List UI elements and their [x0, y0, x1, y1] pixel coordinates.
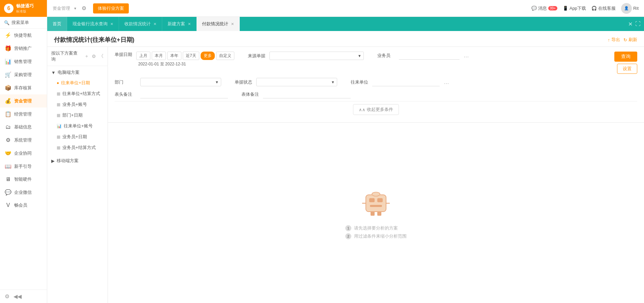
sidebar-item-guide[interactable]: 📖 新手引导 [0, 160, 47, 173]
scheme-item-unit-account[interactable]: 📊 往来单位+账号 [47, 121, 108, 131]
svg-point-4 [372, 192, 380, 196]
scheme-item-staff-settlement[interactable]: ▦ 业务员+结算方式 [47, 142, 108, 153]
purchase-icon: 🛒 [5, 71, 11, 78]
doc-status-select[interactable]: ▾ [256, 78, 337, 86]
tab-new-scheme-close[interactable]: ✕ [188, 22, 191, 26]
date-btn-last-month[interactable]: 上月 [136, 52, 150, 60]
tab-payment-stat-label: 付款情况统计 [202, 21, 228, 27]
topbar-settings-icon[interactable]: ⚙ [82, 5, 86, 11]
tab-payment-stat-close[interactable]: ✕ [231, 22, 234, 26]
sidebar-item-marketing[interactable]: 🎁 营销推广 [0, 42, 47, 55]
scheme-settings-icon[interactable]: ⚙ [92, 54, 96, 59]
topbar-right: 💬 消息 99+ 📱 App下载 🎧 在线客服 👤 Rit [531, 3, 639, 14]
user-avatar: 👤 [621, 3, 632, 14]
sidebar-item-label: 销售管理 [14, 59, 32, 65]
export-label: 导出 [611, 37, 620, 43]
partner-more-icon[interactable]: … [444, 79, 449, 85]
sidebar-item-enterprise[interactable]: 🤝 企业协同 [0, 147, 47, 160]
tab-new-scheme[interactable]: 新建方案 ✕ [162, 17, 197, 31]
date-btn-this-month[interactable]: 本月 [152, 52, 166, 60]
sidebar-item-label: 资金管理 [14, 98, 32, 104]
dept-select[interactable]: ▾ [140, 78, 221, 86]
sidebar-item-member[interactable]: V 畅会员 [0, 199, 47, 212]
topbar-dropdown-icon[interactable]: ▾ [74, 6, 76, 11]
scheme-icon-unit-account: 📊 [57, 124, 62, 128]
collapse-button[interactable]: ∧∧ 收起更多条件 [353, 104, 399, 115]
step-2-num: 2 [345, 233, 351, 239]
date-btn-more[interactable]: 更多 [201, 52, 215, 60]
source-chevron-icon: ▾ [358, 53, 361, 58]
filter-area: 单据日期 上月 本月 本年 近7天 更多 自定义 20 [108, 47, 644, 123]
sidebar-item-sales[interactable]: 📊 销售管理 [0, 55, 47, 68]
sidebar-item-hardware[interactable]: 🖥 智能硬件 [0, 173, 47, 186]
settings-footer-icon[interactable]: ⚙ [5, 293, 9, 300]
query-button[interactable]: 查询 [614, 52, 637, 62]
staff-input[interactable] [399, 52, 460, 60]
step-1-num: 1 [345, 225, 351, 231]
search-icon: 🔍 [4, 20, 9, 25]
scheme-label-unit-account: 往来单位+账号 [64, 123, 93, 129]
collapse-label: 收起更多条件 [367, 107, 393, 113]
source-select[interactable]: ▾ [269, 52, 364, 60]
sidebar-item-label: 营销推广 [14, 46, 32, 52]
sidebar-item-label: 基础信息 [14, 124, 32, 130]
settings-button[interactable]: 设置 [617, 64, 637, 74]
close-all-tabs-icon[interactable]: ✕ [628, 21, 633, 27]
right-panel: 单据日期 上月 本月 本年 近7天 更多 自定义 20 [108, 47, 644, 303]
scheme-item-dept-date[interactable]: ▦ 部门+日期 [47, 110, 108, 121]
mobile-section-title[interactable]: ▶ 移动端方案 [47, 156, 108, 166]
tab-bank-flow-close[interactable]: ✕ [110, 22, 113, 26]
desktop-section-title[interactable]: ▼ 电脑端方案 [47, 67, 108, 78]
body-note-input[interactable] [263, 90, 351, 98]
refresh-button[interactable]: ↻ 刷新 [623, 37, 637, 43]
sidebar-item-operation[interactable]: 📋 经营管理 [0, 108, 47, 121]
tab-new-scheme-label: 新建方案 [168, 21, 185, 27]
sidebar-item-capital[interactable]: 💰 资金管理 [0, 94, 47, 108]
logo-name: 畅捷通巧 [16, 3, 34, 9]
partner-input[interactable] [372, 78, 440, 86]
tab-receivable[interactable]: 收款情况统计 ✕ [119, 17, 162, 31]
sidebar-item-wechat[interactable]: 💬 企业微信 [0, 186, 47, 199]
capital-icon: 💰 [5, 98, 11, 104]
basic-info-icon: 🗂 [5, 124, 11, 130]
collapse-sidebar-icon[interactable]: ◀◀ [13, 293, 22, 300]
staff-more-icon[interactable]: … [464, 53, 469, 59]
left-panel-header-text: 按以下方案查询 [51, 50, 82, 62]
date-btn-this-year[interactable]: 本年 [167, 52, 181, 60]
sidebar-item-quick-nav[interactable]: ⚡ 快捷导航 [0, 29, 47, 42]
desktop-schemes-section: ▼ 电脑端方案 ● 往来单位+日期 ▦ 往来单位+结算方式 ▦ 业务员+账号 [47, 66, 108, 154]
scheme-item-unit-settlement[interactable]: ▦ 往来单位+结算方式 [47, 88, 108, 99]
tab-bank-flow[interactable]: 现金银行流水查询 ✕ [67, 17, 119, 31]
tab-receivable-close[interactable]: ✕ [153, 22, 156, 26]
scheme-item-staff-date[interactable]: ▦ 业务员+日期 [47, 131, 108, 142]
source-label: 来源单据 [248, 53, 267, 59]
app-download-btn[interactable]: 📱 App下载 [563, 5, 586, 11]
collapse-panel-icon[interactable]: 《 [99, 53, 104, 59]
scheme-item-staff-account[interactable]: ▦ 业务员+账号 [47, 99, 108, 110]
search-menu[interactable]: 🔍 搜索菜单 [0, 17, 47, 29]
tab-home[interactable]: 首页 [47, 17, 67, 31]
export-button[interactable]: ↑ 导出 [608, 37, 620, 43]
scheme-item-unit-date[interactable]: ● 往来单位+日期 [47, 78, 108, 88]
desktop-section-chevron: ▼ [51, 70, 56, 75]
date-btn-7days[interactable]: 近7天 [183, 52, 199, 60]
user-avatar-area[interactable]: 👤 Rit [621, 3, 639, 14]
empty-step-1-text: 请先选择要分析的方案 [354, 225, 398, 231]
export-icon: ↑ [608, 37, 610, 42]
sidebar-item-inventory[interactable]: 📦 库存核算 [0, 81, 47, 94]
tab-payment-stat[interactable]: 付款情况统计 ✕ [197, 17, 240, 31]
header-note-input[interactable] [140, 90, 228, 98]
doc-status-chevron-icon: ▾ [332, 80, 334, 85]
sidebar-item-purchase[interactable]: 🛒 采购管理 [0, 68, 47, 81]
svg-rect-1 [369, 198, 375, 202]
maximize-icon[interactable]: ⛶ [635, 21, 641, 27]
sidebar-item-system[interactable]: ⚙ 系统管理 [0, 133, 47, 147]
messages-btn[interactable]: 💬 消息 99+ [531, 5, 557, 11]
sidebar-item-basic-info[interactable]: 🗂 基础信息 [0, 121, 47, 133]
service-btn[interactable]: 🎧 在线客服 [591, 5, 616, 11]
inventory-icon: 📦 [5, 85, 11, 91]
date-btn-custom[interactable]: 自定义 [216, 52, 234, 60]
add-scheme-icon[interactable]: ＋ [84, 53, 89, 59]
page-title: 付款情况统计(往来单位+日期) [54, 36, 135, 44]
trial-button[interactable]: 体验行业方案 [93, 3, 129, 13]
